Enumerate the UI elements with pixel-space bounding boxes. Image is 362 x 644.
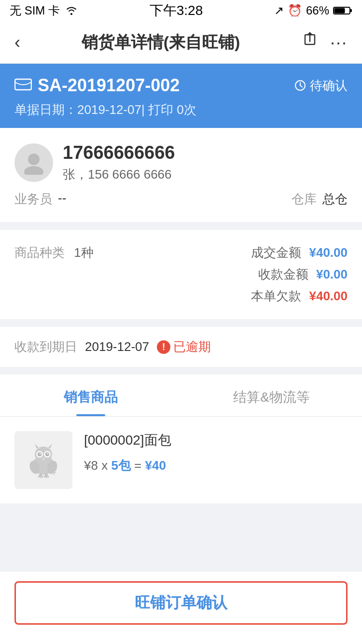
order-status: 待确认 [294,77,348,94]
svg-text:+: + [51,468,56,477]
back-button[interactable]: ‹ [14,32,20,53]
summary-right: 成交金额 ¥40.00 收款金额 ¥0.00 本单欠款 ¥40.00 [251,244,348,305]
status-text: 待确认 [310,77,348,94]
battery-text: 66% [306,4,329,17]
order-id-text: SA-20191207-002 [38,75,180,96]
received-label: 收款金额 [258,266,308,283]
overdue-icon: ! [157,340,170,354]
quantity: 5包 [111,458,130,473]
status-left: 无 SIM 卡 [10,3,78,18]
summary-card: 商品种类 1种 成交金额 ¥40.00 收款金额 ¥0.00 本单欠款 ¥40.… [0,230,362,319]
tab-sales-label: 销售商品 [64,390,118,405]
svg-marker-14 [35,444,39,448]
tab-settlement[interactable]: 结算&物流等 [181,375,362,416]
clock-icon [294,80,306,91]
wifi-icon [65,6,78,15]
share-icon[interactable] [301,32,319,53]
avatar [14,143,53,182]
due-date-value: 2019-12-07 [85,339,149,354]
more-icon[interactable]: ··· [330,32,348,53]
product-card: + [0000002]面包 ¥8 x 5包 = ¥40 [0,417,362,504]
confirm-button[interactable]: 旺铺订单确认 [14,581,348,625]
page-title: 销货单详情(来自旺铺) [82,31,240,54]
svg-point-10 [28,154,40,165]
print-count: 0 [177,102,183,117]
svg-line-9 [300,85,302,87]
product-info: [0000002]面包 ¥8 x 5包 = ¥40 [84,431,348,474]
sales-label: 业务员 [14,191,52,208]
bottom-bar: 旺铺订单确认 [0,572,362,644]
owed-label: 本单欠款 [251,288,301,305]
tabs-container: 销售商品 结算&物流等 [0,375,362,417]
received-value: ¥0.00 [316,267,348,282]
product-type-value: 1种 [74,245,93,260]
amount-label: 成交金额 [251,244,301,261]
received-row: 收款金额 ¥0.00 [258,266,348,283]
customer-phone: 17666666666 [63,142,175,163]
tabs-row: 销售商品 结算&物流等 [0,375,362,417]
overdue-text: 已逾期 [173,338,211,355]
price-total: ¥40 [145,458,166,473]
product-thumbnail: + [24,441,63,479]
print-suffix: 次 [184,102,196,117]
customer-info: 17666666666 张，156 6666 6666 [63,142,175,183]
product-type: 商品种类 1种 [14,244,94,261]
product-name: [0000002]面包 [84,431,348,449]
date-label: 单据日期： [14,102,77,117]
svg-marker-15 [48,444,52,448]
status-bar: 无 SIM 卡 下午3:28 ↗ ⏰ 66% [0,0,362,21]
order-icon [14,75,32,96]
multiply-sign: x [101,458,111,473]
order-header: SA-20191207-002 待确认 单据日期：2019-12-07| 打印 … [0,64,362,128]
svg-point-21 [47,453,49,455]
due-label: 收款到期日 [14,338,77,355]
amount-row: 成交金额 ¥40.00 [251,244,348,261]
customer-name: 张，156 6666 6666 [63,166,175,183]
equals-sign: = [134,458,145,473]
warehouse-value: 总仓 [322,191,348,208]
customer-card: 17666666666 张，156 6666 6666 业务员 -- 仓库 总仓 [0,128,362,222]
amount-value: ¥40.00 [309,245,348,260]
svg-point-0 [70,13,72,15]
product-price: ¥8 x 5包 = ¥40 [84,457,348,474]
svg-point-11 [24,166,43,175]
warehouse-label: 仓库 [292,191,317,208]
status-right: ↗ ⏰ 66% [274,4,352,17]
battery-icon [333,6,352,15]
order-date: 单据日期：2019-12-07| 打印 0次 [14,101,348,118]
svg-point-20 [40,453,41,455]
nav-actions: ··· [301,32,348,53]
tab-settlement-label: 结算&物流等 [233,390,310,405]
product-type-label: 商品种类 [14,245,65,260]
alarm-icon: ⏰ [288,4,302,17]
tab-sales-products[interactable]: 销售商品 [0,375,181,416]
nav-bar: ‹ 销货单详情(来自旺铺) ··· [0,21,362,64]
carrier-text: 无 SIM 卡 [10,3,60,18]
customer-meta: 业务员 -- 仓库 总仓 [14,191,348,208]
order-id-container: SA-20191207-002 [14,75,180,96]
price-unit: ¥8 [84,458,98,473]
svg-rect-3 [334,8,345,14]
date-value: 2019-12-07 [77,102,141,117]
overdue-badge: ! 已逾期 [157,338,211,355]
owed-value: ¥40.00 [309,289,348,304]
product-image: + [14,431,72,489]
warehouse-info: 仓库 总仓 [292,191,348,208]
sales-info: 业务员 -- [14,191,66,208]
status-time: 下午3:28 [150,1,203,20]
summary-left: 商品种类 1种 [14,244,94,261]
print-label: | 打印 [141,102,173,117]
svg-rect-2 [350,9,352,12]
sales-value: -- [58,191,66,208]
customer-top: 17666666666 张，156 6666 6666 [14,142,348,183]
owed-row: 本单欠款 ¥40.00 [251,288,348,305]
location-icon: ↗ [274,4,284,17]
due-date-card: 收款到期日 2019-12-07 ! 已逾期 [0,327,362,367]
